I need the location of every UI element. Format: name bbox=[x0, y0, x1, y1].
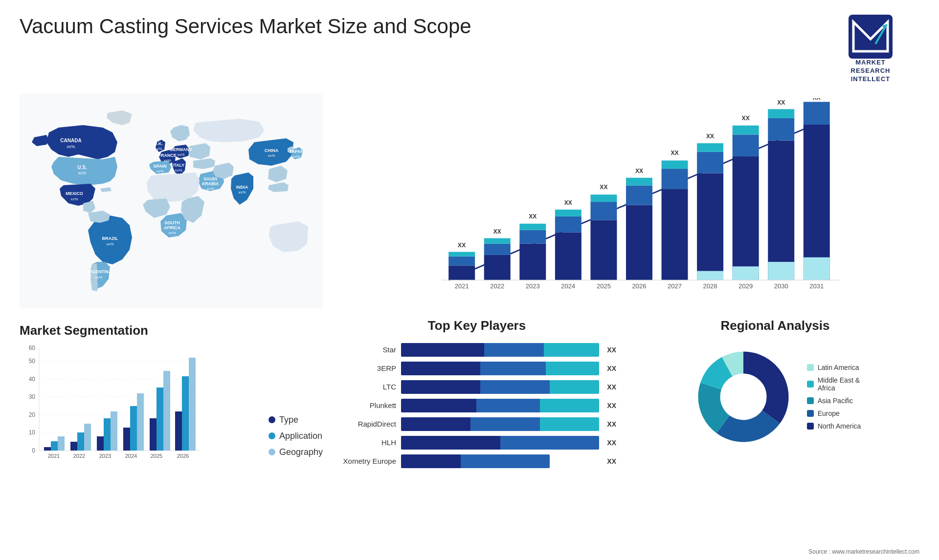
svg-text:CHINA: CHINA bbox=[265, 148, 279, 153]
player-xx-hlh: XX bbox=[607, 439, 616, 447]
svg-rect-79 bbox=[768, 109, 794, 118]
asia-pacific-dot bbox=[807, 397, 814, 404]
svg-rect-45 bbox=[484, 238, 511, 243]
svg-text:2023: 2023 bbox=[99, 453, 111, 459]
page-title: Vacuum Casting Services Market Size and … bbox=[20, 15, 471, 38]
player-row-plunkett: Plunkett XX bbox=[337, 399, 616, 412]
svg-text:30: 30 bbox=[29, 393, 36, 400]
svg-text:xx%: xx% bbox=[67, 144, 75, 149]
svg-rect-39 bbox=[448, 265, 475, 280]
svg-text:xx%: xx% bbox=[78, 171, 86, 175]
svg-text:40: 40 bbox=[29, 376, 36, 383]
player-xx-plunkett: XX bbox=[607, 402, 616, 409]
bar-seg2 bbox=[480, 362, 546, 375]
player-bar-container-star bbox=[401, 343, 599, 357]
svg-text:2027: 2027 bbox=[668, 282, 682, 290]
svg-text:2025: 2025 bbox=[151, 453, 162, 459]
svg-text:2022: 2022 bbox=[73, 453, 85, 459]
svg-text:U.S.: U.S. bbox=[77, 165, 87, 170]
svg-rect-55 bbox=[590, 220, 617, 280]
bottom-left: Market Segmentation 0 bbox=[20, 318, 323, 477]
player-name-plunkett: Plunkett bbox=[337, 401, 396, 409]
svg-text:2022: 2022 bbox=[490, 282, 504, 290]
mea-label: Middle East &Africa bbox=[818, 376, 860, 392]
svg-point-141 bbox=[723, 376, 764, 417]
svg-rect-78 bbox=[768, 118, 794, 141]
svg-text:xx%: xx% bbox=[292, 154, 300, 159]
svg-rect-128 bbox=[150, 418, 156, 451]
svg-text:xx%: xx% bbox=[95, 275, 102, 280]
bar-seg3 bbox=[540, 417, 600, 431]
bar-seg1 bbox=[401, 343, 484, 357]
player-bar-container-hlh bbox=[401, 436, 599, 450]
player-xx-star: XX bbox=[607, 346, 616, 354]
bar-seg2 bbox=[480, 380, 550, 394]
svg-rect-69 bbox=[697, 143, 723, 152]
europe-dot bbox=[807, 410, 814, 417]
player-name-3erp: 3ERP bbox=[337, 364, 396, 372]
svg-text:MEXICO: MEXICO bbox=[66, 191, 83, 196]
svg-rect-74 bbox=[733, 125, 759, 134]
logo-text: MARKET RESEARCH INTELLECT bbox=[851, 59, 891, 84]
players-title: Top Key Players bbox=[337, 318, 616, 333]
svg-text:2025: 2025 bbox=[597, 282, 611, 290]
world-map-svg: CANADA xx% U.S. xx% MEXICO xx% BRAZIL xx… bbox=[20, 93, 323, 308]
svg-text:BRAZIL: BRAZIL bbox=[102, 236, 118, 241]
legend-application: Application bbox=[268, 431, 323, 441]
svg-text:20: 20 bbox=[29, 411, 36, 418]
svg-text:2026: 2026 bbox=[177, 453, 189, 459]
svg-rect-117 bbox=[77, 432, 84, 451]
svg-text:XX: XX bbox=[742, 114, 750, 121]
bar-chart-section: XX XX XX XX bbox=[333, 93, 919, 308]
svg-text:2026: 2026 bbox=[632, 282, 646, 290]
bar-seg2 bbox=[470, 417, 540, 431]
svg-rect-75 bbox=[733, 266, 759, 280]
latin-america-dot bbox=[807, 364, 814, 371]
bar-seg3 bbox=[550, 380, 599, 394]
bar-seg3 bbox=[546, 362, 599, 375]
player-row-star: Star XX bbox=[337, 343, 616, 357]
geography-label: Geography bbox=[279, 447, 323, 457]
svg-rect-53 bbox=[555, 210, 581, 216]
svg-text:xx%: xx% bbox=[155, 147, 162, 151]
svg-rect-60 bbox=[626, 185, 652, 205]
bar-seg2 bbox=[461, 454, 550, 468]
svg-rect-113 bbox=[51, 441, 58, 451]
north-america-label: North America bbox=[818, 422, 861, 430]
svg-rect-116 bbox=[70, 442, 77, 451]
logo-area: MARKET RESEARCH INTELLECT bbox=[822, 15, 919, 84]
svg-text:XX: XX bbox=[564, 199, 572, 206]
seg-chart-svg: 0 10 20 30 40 50 60 2021 bbox=[20, 343, 205, 470]
svg-rect-63 bbox=[662, 189, 688, 280]
segmentation-content: 0 10 20 30 40 50 60 2021 bbox=[20, 343, 323, 472]
bar-seg1 bbox=[401, 380, 480, 394]
europe-label: Europe bbox=[818, 409, 840, 417]
svg-rect-49 bbox=[519, 223, 546, 230]
svg-rect-64 bbox=[662, 169, 688, 189]
player-name-hlh: HLH bbox=[337, 438, 396, 447]
svg-text:ARABIA: ARABIA bbox=[202, 181, 219, 186]
player-row-ltc: LTC XX bbox=[337, 380, 616, 394]
seg-chart-area: 0 10 20 30 40 50 60 2021 bbox=[20, 343, 259, 472]
player-bar-rapiddirect bbox=[401, 417, 599, 431]
donut-chart-svg bbox=[690, 343, 797, 451]
source-text: Source : www.marketresearchintellect.com bbox=[808, 548, 919, 555]
player-row-hlh: HLH XX bbox=[337, 436, 616, 450]
svg-rect-77 bbox=[768, 140, 794, 280]
regional-title: Regional Analysis bbox=[636, 318, 915, 333]
bottom-right: Top Key Players Star XX bbox=[333, 318, 919, 477]
bar-seg1 bbox=[401, 436, 500, 450]
svg-text:SAUDI: SAUDI bbox=[203, 176, 217, 181]
svg-rect-41 bbox=[448, 252, 475, 256]
svg-text:xx%: xx% bbox=[163, 158, 171, 163]
svg-text:2024: 2024 bbox=[125, 453, 137, 459]
svg-text:10: 10 bbox=[29, 429, 36, 436]
svg-text:XX: XX bbox=[635, 167, 643, 174]
svg-text:CANADA: CANADA bbox=[60, 138, 81, 143]
svg-rect-56 bbox=[590, 202, 617, 220]
svg-text:ARGENTINA: ARGENTINA bbox=[86, 269, 112, 274]
svg-text:GERMANY: GERMANY bbox=[170, 147, 192, 152]
regional-legend: Latin America Middle East &Africa Asia P… bbox=[807, 364, 861, 430]
player-bar-3erp bbox=[401, 362, 599, 375]
svg-rect-80 bbox=[768, 262, 794, 280]
